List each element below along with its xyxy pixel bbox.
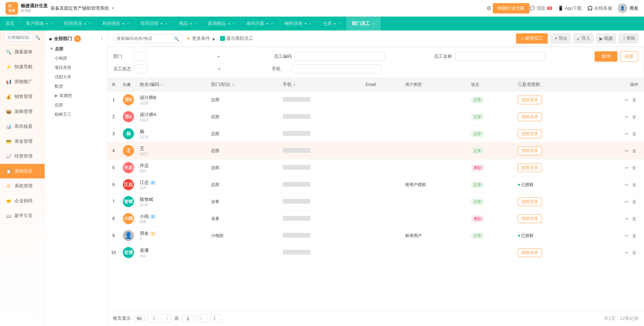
page-size-value[interactable]: 50 xyxy=(134,315,145,322)
auth-button[interactable]: 授权登录 xyxy=(518,113,542,121)
tab-history[interactable]: 经营历程 ▾ × xyxy=(135,17,173,30)
tab-profit-close[interactable]: × xyxy=(127,21,129,26)
import-button[interactable]: ↙ 导入 xyxy=(573,34,593,43)
reset-button[interactable]: 设置 xyxy=(620,51,638,62)
delete-button[interactable]: 🗑 xyxy=(632,199,636,204)
show-resigned-checkbox[interactable]: ✓ xyxy=(220,36,225,41)
edit-button[interactable]: ✏ xyxy=(625,114,629,120)
tab-goods-close[interactable]: × xyxy=(194,21,197,26)
filter-btn[interactable]: ▼ 更多条件 ▲ xyxy=(186,35,216,42)
query-button[interactable]: 查询 xyxy=(595,51,617,62)
edit-button[interactable]: ✏ xyxy=(625,97,629,103)
edit-button[interactable]: ✏ xyxy=(625,131,629,136)
auth-button[interactable]: 授权登录 xyxy=(518,164,542,172)
delete-button[interactable]: 🗑 xyxy=(632,131,636,136)
sidebar-item-collab[interactable]: 🤝 企业协同 xyxy=(0,194,45,209)
dept-node-shenyang[interactable]: 沈阳大库 xyxy=(45,72,107,82)
export-button[interactable]: ↗ 导出 xyxy=(551,34,571,43)
auth-button[interactable]: 授权登录 xyxy=(518,96,542,104)
auth-button[interactable]: 授权登录 xyxy=(518,147,542,155)
tab-operation[interactable]: 经营情况 ▾ × xyxy=(58,17,97,30)
delete-button[interactable]: 🗑 xyxy=(632,233,636,238)
auth-button[interactable]: 授权登录 xyxy=(518,130,542,138)
trial-button[interactable]: 体验行业方案 xyxy=(493,3,529,14)
search-icon[interactable]: 🔍 xyxy=(174,36,179,41)
edit-button[interactable]: ✏ xyxy=(625,216,629,221)
tab-history-close[interactable]: × xyxy=(165,21,167,26)
sidebar-item-inventory[interactable]: 📊 库存核算 xyxy=(0,119,45,134)
filter-emp-name-input[interactable] xyxy=(455,52,545,61)
tab-new-goods-close[interactable]: × xyxy=(233,21,235,26)
filter-status-select[interactable] xyxy=(134,64,147,73)
message-button[interactable]: 💬 消息 5 xyxy=(529,5,552,11)
tab-profit[interactable]: 利润报告 ▾ × xyxy=(97,17,135,30)
delete-button[interactable]: 🗑 xyxy=(632,216,636,221)
delete-button[interactable]: 🗑 xyxy=(632,250,636,255)
search-input[interactable] xyxy=(113,34,182,43)
tab-customer[interactable]: 客户联络 ▾ × xyxy=(20,17,58,30)
edit-button[interactable]: ✏ xyxy=(625,182,629,187)
edit-button[interactable]: ✏ xyxy=(625,165,629,170)
th-settings[interactable]: ⚙ xyxy=(107,78,120,91)
dept-node-zhishu[interactable]: 植树王三 xyxy=(45,110,107,119)
category-search-input[interactable] xyxy=(4,33,33,42)
edit-button[interactable]: ✏ xyxy=(625,233,629,238)
tab-barcode-close[interactable]: × xyxy=(271,21,273,26)
filter-dept-select[interactable] xyxy=(133,52,146,61)
delete-button[interactable]: 🗑 xyxy=(632,97,636,103)
edit-button[interactable]: ✏ xyxy=(625,250,629,255)
category-search-icon[interactable]: 🔍 xyxy=(35,35,40,40)
page-last-button[interactable]: 》 xyxy=(210,314,221,323)
page-first-button[interactable]: 《 xyxy=(147,314,158,323)
auth-button[interactable]: 授权登录 xyxy=(518,214,542,223)
delete-button[interactable]: 🗑 xyxy=(632,114,636,120)
sidebar-item-marketing[interactable]: 📢 营销推广 xyxy=(0,74,45,89)
dept-node-xiaodian[interactable]: 小电部 xyxy=(45,54,107,63)
auth-button[interactable]: 授权登录 xyxy=(518,248,542,257)
sidebar-item-purchase[interactable]: 📦 采购管理 xyxy=(0,104,45,119)
tab-operation-close[interactable]: × xyxy=(89,21,91,26)
tab-home[interactable]: 首页 xyxy=(0,17,20,30)
add-employee-button[interactable]: + 新增员工 xyxy=(516,33,548,44)
page-prev-button[interactable]: 〈 xyxy=(161,314,172,323)
app-download-button[interactable]: 📱 App下载 xyxy=(558,5,582,11)
dept-node-project[interactable]: 项目库房 xyxy=(45,63,107,72)
show-resigned[interactable]: ✓ 显示离职员工 xyxy=(220,35,253,42)
tab-warehouse[interactable]: 仓库 ▾ × xyxy=(317,17,346,30)
sidebar-item-management[interactable]: 📈 经营管理 xyxy=(0,149,45,164)
tab-barcode[interactable]: 条码方案 ▾ × xyxy=(241,17,279,30)
auth-button[interactable]: 授权登录 xyxy=(518,197,542,206)
tab-material[interactable]: 物料清单 ▾ × xyxy=(279,17,317,30)
dept-node-headquarter[interactable]: ▼总部 xyxy=(45,44,107,54)
tab-warehouse-close[interactable]: × xyxy=(338,21,341,26)
th-name[interactable]: 姓名/编码⇅ xyxy=(137,78,208,91)
all-dept-text[interactable]: 全部部门 xyxy=(54,36,72,42)
delete-button[interactable]: 🗑 xyxy=(632,148,636,153)
sidebar-item-sales[interactable]: 💰 销售管理 xyxy=(0,89,45,104)
online-service-button[interactable]: 🎧 在线客服 xyxy=(587,5,612,11)
more-button[interactable]: ｜帮助 xyxy=(619,34,638,43)
delete-button[interactable]: 🗑 xyxy=(632,165,636,170)
dept-node-shuanglu[interactable]: ▶双鹿想 xyxy=(45,91,107,100)
dept-collapse-icon[interactable]: 《 xyxy=(99,36,103,42)
page-input[interactable] xyxy=(182,315,194,322)
tab-employee-close[interactable]: × xyxy=(373,21,375,26)
tab-customer-close[interactable]: × xyxy=(51,21,53,26)
edit-button[interactable]: ✏ xyxy=(625,199,629,204)
tab-material-close[interactable]: × xyxy=(309,21,311,26)
th-dept[interactable]: 部门/职位⇅ xyxy=(208,78,280,91)
dept-node-zongbu[interactable]: 总部 xyxy=(45,100,107,110)
filter-phone-input[interactable] xyxy=(292,64,382,73)
sidebar-item-finance[interactable]: 💳 资金管理 xyxy=(0,134,45,149)
sidebar-item-basic[interactable]: 📋 基础信息 xyxy=(0,164,45,179)
filter-emp-code-input[interactable] xyxy=(294,52,384,61)
edit-button[interactable]: ✏ xyxy=(625,148,629,153)
sidebar-item-search[interactable]: 🔍 搜索菜单 xyxy=(0,45,45,60)
sidebar-item-system[interactable]: ⚙ 系统管理 xyxy=(0,179,45,194)
delete-button[interactable]: 🗑 xyxy=(632,182,636,187)
gear-button[interactable]: ⚙ xyxy=(487,5,491,11)
view-button[interactable]: ▶ 视频 xyxy=(596,34,616,43)
tab-goods[interactable]: 商品 ▾ × xyxy=(173,17,202,30)
sidebar-item-guide[interactable]: 📖 新手引导 xyxy=(0,209,45,223)
tab-employee[interactable]: 部门员工 × xyxy=(346,17,381,30)
